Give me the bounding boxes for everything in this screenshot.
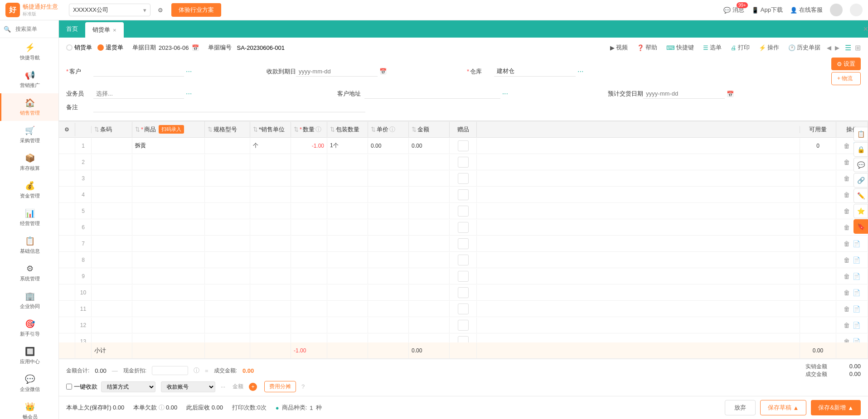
customer-input[interactable] [93,67,184,77]
gift-checkbox-1[interactable] [458,157,469,168]
salesperson-dots-icon[interactable]: ··· [186,90,192,98]
td-desc-4[interactable] [477,203,800,219]
help-button[interactable]: ❓ 帮助 [634,42,660,53]
delete-row-icon-9[interactable]: 🗑 [844,289,850,296]
delete-row-icon-3[interactable]: 🗑 [844,191,850,198]
sidebar-item-member[interactable]: 👑 畅会员 [0,397,58,419]
gift-checkbox-0[interactable] [458,140,469,151]
copy-row-icon-10[interactable]: 📄 [853,305,860,313]
trial-button[interactable]: 体验行业方案 [171,3,221,17]
th-settings[interactable]: ⚙ [59,123,75,136]
gift-checkbox-10[interactable] [458,303,469,314]
delete-row-icon-4[interactable]: 🗑 [844,207,850,215]
td-spec-0[interactable] [205,138,250,154]
td-qty-8[interactable] [291,269,327,284]
td-qty-2[interactable] [291,171,327,186]
gift-checkbox-4[interactable] [458,206,469,217]
td-desc-2[interactable] [477,171,800,186]
avatar-2[interactable] [850,4,863,16]
avatar[interactable] [830,4,843,16]
gift-checkbox-7[interactable] [458,255,469,265]
td-spec-12[interactable] [205,334,250,343]
td-desc-11[interactable] [477,318,800,333]
td-barcode-11[interactable] [92,318,132,333]
nav-prev-icon[interactable]: ◀ [827,44,831,51]
td-gift-3[interactable] [450,187,477,202]
td-spec-6[interactable] [205,236,250,251]
td-goods-3[interactable] [132,187,205,202]
td-goods-10[interactable] [132,301,205,317]
td-barcode-7[interactable] [92,252,132,268]
sidebar-item-operations[interactable]: 📊 经营管理 [0,204,58,231]
td-gift-2[interactable] [450,171,477,186]
td-spec-7[interactable] [205,252,250,268]
td-goods-5[interactable] [132,220,205,235]
one-click-pay-input[interactable] [66,384,72,390]
gift-checkbox-9[interactable] [458,287,469,298]
td-desc-0[interactable] [477,138,800,154]
account-dots-icon[interactable]: ··· [221,384,225,390]
customer-address-dots-icon[interactable]: ··· [502,90,508,98]
td-gift-5[interactable] [450,220,477,235]
td-gift-7[interactable] [450,252,477,268]
scan-button[interactable]: 扫码录入 [159,125,184,134]
grid-view-icon[interactable]: ⊞ [855,43,861,52]
td-barcode-4[interactable] [92,203,132,219]
gift-checkbox-6[interactable] [458,238,469,249]
tab-close-icon[interactable]: × [113,27,116,34]
notes-input[interactable] [93,102,365,112]
list-view-icon[interactable]: ☰ [845,43,851,52]
td-spec-2[interactable] [205,171,250,186]
delete-row-icon-11[interactable]: 🗑 [844,322,850,329]
td-spec-3[interactable] [205,187,250,202]
td-desc-3[interactable] [477,187,800,202]
td-barcode-5[interactable] [92,220,132,235]
sidebar-item-sales[interactable]: 🏠 销售管理 [0,93,58,121]
float-link-button[interactable]: 🔗 [853,173,868,188]
td-desc-10[interactable] [477,301,800,317]
calendar-icon[interactable]: 📅 [192,44,199,51]
td-qty-0[interactable] [291,138,327,154]
qty-info-icon[interactable]: ⓘ [315,125,321,134]
sidebar-item-apps[interactable]: 🔲 应用中心 [0,342,58,370]
td-qty-5[interactable] [291,220,327,235]
sidebar-item-system[interactable]: ⚙ 系统管理 [0,259,58,287]
td-qty-6[interactable] [291,236,327,251]
radio-sales-order[interactable]: 销货单 [66,43,92,52]
td-goods-11[interactable] [132,318,205,333]
add-payment-button[interactable]: + [249,383,257,391]
td-qty-7[interactable] [291,252,327,268]
td-goods-6[interactable] [132,236,205,251]
window-close-icon[interactable]: × [863,24,868,34]
td-spec-11[interactable] [205,318,250,333]
fee-split-button[interactable]: 费用分摊 [264,381,296,392]
sidebar-item-purchase[interactable]: 🛒 采购管理 [0,121,58,149]
td-qty-12[interactable] [291,334,327,343]
td-desc-12[interactable] [477,334,800,343]
td-gift-11[interactable] [450,318,477,333]
td-goods-7[interactable] [132,252,205,268]
sidebar-item-wechat[interactable]: 💬 企业微信 [0,370,58,397]
one-click-pay-checkbox[interactable]: 一键收款 [66,383,97,391]
td-goods-8[interactable] [132,269,205,284]
td-spec-5[interactable] [205,220,250,235]
account-select[interactable]: 收款账号 [161,381,215,392]
settings-action-button[interactable]: ⚙ 设置 [831,58,861,70]
sidebar-item-basics[interactable]: 📋 基础信息 [0,231,58,259]
td-gift-4[interactable] [450,203,477,219]
radio-return-order[interactable]: 退货单 [97,43,123,52]
message-button[interactable]: 💬 消息 99+ [723,6,744,14]
sidebar-item-enterprise[interactable]: 🏢 企业协同 [0,287,58,314]
gift-checkbox-3[interactable] [458,189,469,200]
td-desc-6[interactable] [477,236,800,251]
sidebar-item-marketing[interactable]: 📢 营销推广 [0,66,58,93]
copy-row-icon-8[interactable]: 📄 [853,273,860,280]
warehouse-dots-icon[interactable]: ··· [577,67,583,76]
float-tag-button[interactable]: 🔖 [853,219,868,234]
discard-button[interactable]: 放弃 [725,400,756,415]
copy-row-icon-6[interactable]: 📄 [853,240,860,247]
float-notes-button[interactable]: 📋 [853,127,868,141]
copy-row-icon-11[interactable]: 📄 [853,322,860,329]
gift-checkbox-12[interactable] [458,336,469,343]
copy-row-icon-9[interactable]: 📄 [853,289,860,296]
